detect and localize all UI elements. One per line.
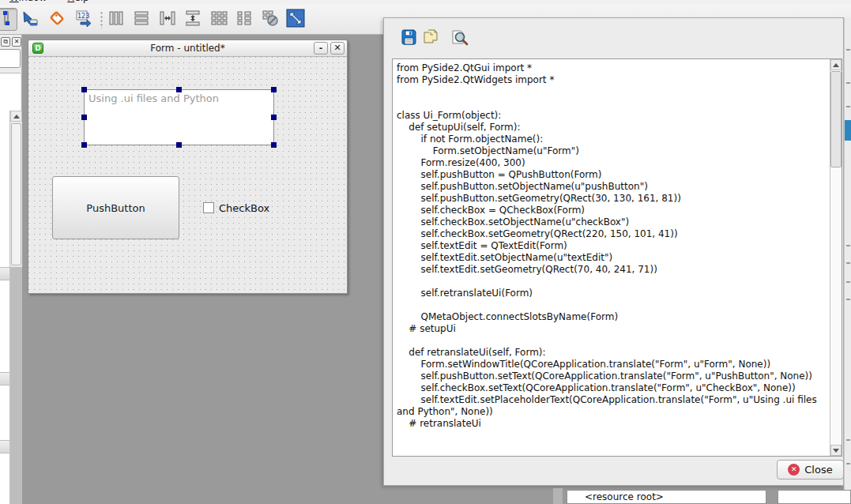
code-lines: from PySide2.QtGui import *from PySide2.…	[397, 62, 827, 430]
tree-item-dash	[846, 106, 850, 107]
dock-close-icon[interactable]: ✕	[12, 37, 21, 47]
edit-buddies-button[interactable]	[45, 8, 68, 31]
scroll-up-icon[interactable]	[10, 111, 22, 122]
layout-form-button[interactable]	[232, 8, 255, 31]
right-clipped-panel	[844, 17, 851, 504]
edit-signals-slots-button[interactable]	[18, 8, 41, 31]
selection-handle-n[interactable]	[176, 87, 182, 92]
widget-box-panel: ⧉ ✕	[0, 35, 22, 504]
code-line: Form.setObjectName(u"Form")	[397, 145, 827, 157]
break-layout-button[interactable]	[258, 8, 281, 31]
code-line	[397, 98, 827, 110]
code-line: self.pushButton.setObjectName(u"pushButt…	[397, 181, 827, 193]
code-line: self.pushButton = QPushButton(Form)	[397, 169, 827, 181]
widget-filter-input[interactable]	[0, 49, 21, 68]
code-line: QMetaObject.connectSlotsByName(Form)	[397, 311, 827, 323]
layout-grid-button[interactable]	[207, 8, 230, 31]
toolbar-separator	[100, 11, 103, 28]
code-line: def retranslateUi(self, Form):	[397, 347, 827, 359]
menu-help[interactable]: Help	[67, 0, 88, 3]
menu-window[interactable]: Window	[9, 0, 47, 3]
form-close-button[interactable]: ✕	[330, 42, 345, 55]
scroll-up-icon[interactable]	[830, 59, 842, 70]
selection-handle-w[interactable]	[81, 115, 87, 120]
layout-form-icon	[235, 9, 253, 30]
pushbutton-label: PushButton	[86, 202, 145, 214]
layout-horizontal-splitter-icon	[159, 9, 176, 30]
copy-button[interactable]	[420, 28, 441, 49]
save-button[interactable]	[398, 28, 419, 49]
code-line: self.checkBox = QCheckBox(Form)	[397, 205, 827, 216]
widget-box-scrollbar[interactable]	[9, 111, 22, 504]
code-line	[397, 276, 827, 288]
resource-panel-box[interactable]	[778, 490, 851, 504]
code-line: from PySide2.QtWidgets import *	[397, 74, 827, 86]
code-line: self.textEdit.setObjectName(u"textEdit")	[397, 252, 827, 264]
code-line: class Ui_Form(object):	[397, 110, 827, 122]
code-text-area[interactable]: from PySide2.QtGui import *from PySide2.…	[392, 58, 842, 457]
tree-item-dash	[846, 245, 850, 246]
copy-icon	[422, 29, 439, 49]
scrollbar-track[interactable]	[10, 267, 22, 504]
edit-widgets-icon	[0, 9, 15, 30]
layout-vertical-splitter-button[interactable]	[181, 8, 204, 31]
edit-buddies-icon	[48, 9, 66, 30]
checkbox-label: CheckBox	[219, 202, 269, 214]
code-line	[397, 335, 827, 347]
layout-vertically-button[interactable]	[130, 8, 153, 31]
code-line: self.checkBox.setGeometry(QRect(220, 150…	[397, 228, 827, 240]
code-line: def setupUi(self, Form):	[397, 122, 827, 134]
form-minimize-button[interactable]: -	[314, 42, 328, 55]
scroll-down-icon[interactable]	[830, 445, 842, 456]
layout-horizontally-button[interactable]	[104, 8, 127, 31]
code-line	[397, 86, 827, 98]
selection-handle-ne[interactable]	[271, 87, 277, 92]
dock-float-icon[interactable]: ⧉	[1, 37, 10, 47]
code-line: and Python", None))	[397, 406, 827, 418]
code-vertical-scrollbar[interactable]	[830, 59, 842, 456]
selection-handle-sw[interactable]	[81, 142, 87, 148]
code-line: self.textEdit = QTextEdit(Form)	[397, 240, 827, 252]
tree-item-dash	[846, 49, 850, 51]
layout-grid-icon	[210, 9, 228, 30]
close-button[interactable]: ✕ Close	[777, 460, 844, 480]
scrollbar-thumb[interactable]	[830, 71, 842, 167]
form-canvas[interactable]: Using .ui files and Python PushButton Ch…	[28, 57, 347, 293]
code-line: from PySide2.QtGui import *	[397, 62, 827, 74]
resource-root-item[interactable]: <resource root>	[567, 490, 766, 504]
code-line: self.checkBox.setText(QCoreApplication.t…	[397, 382, 827, 394]
layout-horizontal-splitter-button[interactable]	[156, 8, 179, 31]
selection-handle-e[interactable]	[271, 115, 277, 120]
code-line: Form.resize(400, 300)	[397, 157, 827, 169]
tree-item-dash	[846, 281, 850, 283]
tree-item-dash	[846, 439, 850, 441]
break-layout-icon	[262, 9, 279, 30]
checkbox-widget[interactable]: CheckBox	[202, 192, 282, 224]
qt-designer-screen: WindowHelp 123	[0, 0, 851, 504]
code-line: self.textEdit.setPlaceholderText(QCoreAp…	[397, 394, 827, 406]
code-line: # retranslateUi	[397, 418, 827, 430]
edit-tab-order-button[interactable]: 123	[72, 8, 95, 31]
checkbox-indicator[interactable]	[203, 202, 214, 213]
selection-handle-s[interactable]	[176, 142, 182, 148]
textedit-widget[interactable]: Using .ui files and Python	[84, 89, 274, 145]
pushbutton-widget[interactable]: PushButton	[52, 176, 179, 239]
code-line: Form.setWindowTitle(QCoreApplication.tra…	[397, 359, 827, 370]
selection-handle-nw[interactable]	[81, 87, 87, 92]
tree-selected-item[interactable]	[845, 120, 851, 141]
form-window-titlebar[interactable]: D Form - untitled* - ✕	[28, 40, 347, 57]
code-line: if not Form.objectName():	[397, 134, 827, 145]
edit-widgets-button[interactable]	[0, 8, 17, 31]
code-line: self.checkBox.setObjectName(u"checkBox")	[397, 216, 827, 228]
code-line: self.pushButton.setGeometry(QRect(30, 13…	[397, 193, 827, 205]
adjust-size-button[interactable]	[284, 8, 307, 31]
splitter-handle[interactable]	[553, 488, 563, 504]
tree-item-dash	[846, 299, 850, 300]
scrollbar-thumb[interactable]	[11, 123, 21, 265]
selection-handle-se[interactable]	[271, 142, 277, 148]
layout-horizontally-icon	[107, 9, 125, 30]
find-button[interactable]	[449, 28, 469, 49]
code-line: self.textEdit.setGeometry(QRect(70, 40, …	[397, 264, 827, 276]
code-line: self.pushButton.setText(QCoreApplication…	[397, 370, 827, 382]
edit-signals-slots-icon	[21, 9, 39, 30]
